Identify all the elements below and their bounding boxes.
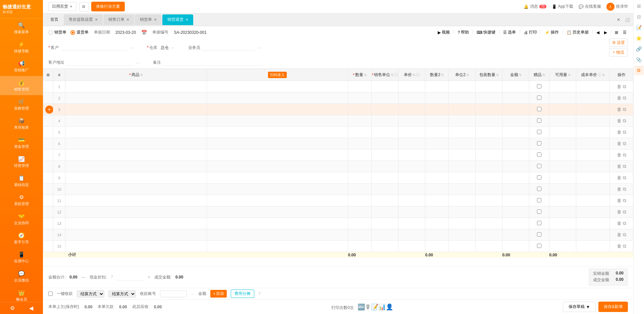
row-product-cell[interactable] (65, 92, 207, 104)
history-btn[interactable]: 📋 历史单据 (565, 29, 590, 36)
calendar-icon[interactable]: 📅 (141, 30, 147, 35)
row-unit-cell[interactable] (372, 92, 398, 104)
print-btn[interactable]: 🖨 打印 (523, 29, 538, 36)
row-action-cell[interactable]: 🗑 ⧉ (610, 241, 633, 252)
right-note-icon[interactable]: 📝 (634, 23, 644, 32)
gift-checkbox[interactable] (537, 96, 541, 100)
row-copy-icon[interactable]: ⧉ (623, 107, 626, 112)
doc-settings-button[interactable]: ⚙ 设置 (609, 39, 628, 47)
row-gift-cell[interactable] (529, 184, 549, 195)
row-action-cell[interactable]: 🗑 ⧉ (610, 81, 633, 92)
gift-checkbox[interactable] (537, 118, 541, 123)
row-price-cell[interactable] (398, 138, 425, 149)
row-unit-cell[interactable] (372, 104, 398, 115)
customer-input[interactable] (61, 45, 128, 51)
topbar-settings-button[interactable]: ⚙ (79, 2, 89, 11)
gift-checkbox[interactable] (537, 107, 541, 111)
price-sort-icon[interactable]: ⇅ (413, 73, 415, 77)
row-unit-cell[interactable] (372, 115, 398, 127)
row-price-cell[interactable] (398, 92, 425, 104)
row-qty-cell[interactable] (348, 127, 372, 138)
sidebar-item-marketing[interactable]: 📢 营销推广 (0, 57, 43, 76)
video-btn[interactable]: ▶ 视频 (436, 29, 451, 36)
row-gift-cell[interactable] (529, 115, 549, 127)
row-delete-icon[interactable]: 🗑 (617, 198, 622, 203)
row-unit-cell[interactable] (372, 161, 398, 172)
row-qty-cell[interactable] (348, 161, 372, 172)
col-header-amount[interactable]: 金额 ⇅ (502, 69, 529, 81)
sidebar-item-finance[interactable]: 💳 资金管理 (0, 133, 43, 152)
row-copy-icon[interactable]: ⧉ (623, 186, 626, 192)
product-sort-icon[interactable]: ⇅ (140, 73, 143, 77)
gift-checkbox[interactable] (537, 152, 541, 157)
help-btn[interactable]: ? 帮助 (456, 29, 470, 36)
row-delete-icon[interactable]: 🗑 (617, 164, 622, 169)
row-price-cell[interactable] (398, 195, 425, 206)
row-settings-cell[interactable] (43, 92, 53, 104)
sidebar-item-wechat[interactable]: 💬 企业微信 (0, 267, 43, 286)
settlement-method-select[interactable]: 结算方式 (77, 290, 104, 298)
fee-split-button[interactable]: 费用分摊 (231, 290, 254, 298)
row-copy-icon[interactable]: ⧉ (623, 84, 626, 89)
row-settings-cell[interactable] (43, 195, 53, 206)
sidebar-item-inventory[interactable]: 📦 库存核算 (0, 114, 43, 133)
save-new-button[interactable]: 保存&新增 (598, 302, 628, 312)
row-settings-cell[interactable] (43, 149, 53, 161)
row-settings-cell[interactable] (43, 161, 53, 172)
company-selector[interactable]: 日用百货 ▼ (48, 2, 76, 11)
right-link-icon[interactable]: 🔗 (634, 44, 644, 54)
warehouse-dots-icon[interactable]: ··· (171, 45, 175, 50)
col-header-qty2[interactable]: 数量2 ⇅ (425, 69, 449, 81)
row-copy-icon[interactable]: ⧉ (623, 232, 626, 238)
row-copy-icon[interactable]: ⧉ (623, 95, 626, 101)
row-qty-cell[interactable] (348, 241, 372, 252)
row-price-cell[interactable] (398, 229, 425, 241)
gift-checkbox[interactable] (537, 175, 541, 180)
radio-sale-out[interactable]: 销货单 (48, 29, 66, 35)
tab-sale-return[interactable]: 销货退货 ✕ (162, 14, 193, 25)
row-action-cell[interactable]: 🗑 ⧉ (610, 92, 633, 104)
row-delete-icon[interactable]: 🗑 (617, 175, 622, 181)
row-settings-cell[interactable] (43, 241, 53, 252)
row-copy-icon[interactable]: ⧉ (623, 141, 626, 146)
row-gift-cell[interactable] (529, 104, 549, 115)
row-unit-cell[interactable] (372, 229, 398, 241)
save-draft-button[interactable]: 保存草稿 ▼ (563, 302, 596, 312)
row-product-cell[interactable] (65, 104, 207, 115)
col-header-price[interactable]: 单价 ⇅ ⓘ (398, 69, 425, 81)
row-action-cell[interactable]: 🗑 ⧉ (610, 172, 633, 184)
row-action-cell[interactable]: 🗑 ⧉ (610, 138, 633, 149)
row-gift-cell[interactable] (529, 218, 549, 229)
row-gift-cell[interactable] (529, 149, 549, 161)
row-settings-cell[interactable] (43, 218, 53, 229)
row-product-cell[interactable] (65, 149, 207, 161)
sidebar-item-basic[interactable]: 📋 基础信息 (0, 172, 43, 191)
tab-sale-order-close-icon[interactable]: ✕ (126, 18, 129, 21)
row-settings-cell[interactable] (43, 127, 53, 138)
col-header-gift[interactable]: 赠品 ⇅ (529, 69, 549, 81)
col-header-pkg[interactable]: 包装数量 ⇅ (476, 69, 502, 81)
col-header-qty[interactable]: * 数量 ⇅ (348, 69, 372, 81)
col-header-avail[interactable]: 可用量 ⇅ (549, 69, 576, 81)
row-copy-icon[interactable]: ⧉ (623, 164, 626, 169)
row-delete-icon[interactable]: 🗑 (617, 95, 622, 101)
row-gift-cell[interactable] (529, 229, 549, 241)
sidebar-item-partner[interactable]: 🤝 企业协同 (0, 210, 43, 229)
discount-help-icon[interactable]: ? (111, 275, 113, 279)
row-product-cell[interactable] (65, 115, 207, 127)
row-delete-icon[interactable]: 🗑 (617, 107, 622, 112)
date-value[interactable]: 2023-03-20 (115, 30, 136, 35)
row-copy-icon[interactable]: ⧉ (623, 175, 626, 181)
row-copy-icon[interactable]: ⧉ (623, 152, 626, 158)
account-dots-icon[interactable]: ··· (191, 292, 194, 296)
gift-sort-icon[interactable]: ⇅ (542, 73, 545, 77)
discount-input[interactable] (117, 274, 144, 280)
online-service-button[interactable]: 💬 在线客服 (579, 4, 601, 9)
row-delete-icon[interactable]: 🗑 (617, 141, 622, 146)
app-download-button[interactable]: 📱 App下载 (552, 4, 573, 9)
qty2-sort-icon[interactable]: ⇅ (441, 73, 444, 77)
row-price-cell[interactable] (398, 206, 425, 218)
tab-sale-out-close-icon[interactable]: ✕ (154, 18, 157, 21)
gift-checkbox[interactable] (537, 130, 541, 134)
row-qty-cell[interactable] (348, 229, 372, 241)
